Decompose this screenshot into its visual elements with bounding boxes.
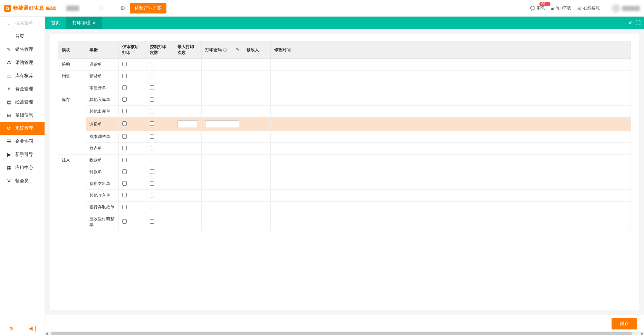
sidebar-settings-button[interactable]: ⚙ xyxy=(0,322,22,335)
password-cell xyxy=(202,190,243,202)
sidebar-item-12[interactable]: V畅会员 xyxy=(0,174,45,187)
audit-only-cell xyxy=(119,213,146,231)
checkbox[interactable] xyxy=(150,62,154,66)
gear-icon: ⚙ xyxy=(9,326,13,332)
table-row: 付款单 xyxy=(58,166,631,178)
close-icon[interactable]: ✕ xyxy=(93,21,96,25)
checkbox[interactable] xyxy=(122,121,127,126)
checkbox[interactable] xyxy=(150,97,154,102)
checkbox[interactable] xyxy=(122,97,127,102)
tab-0[interactable]: 首页 xyxy=(45,17,66,29)
checkbox[interactable] xyxy=(150,121,154,126)
checkbox[interactable] xyxy=(122,158,127,162)
checkbox[interactable] xyxy=(150,158,154,162)
doc-cell: 进货单 xyxy=(86,59,119,71)
sidebar-item-2[interactable]: ✎销售管理 xyxy=(0,43,45,56)
table-row: 盘点单 xyxy=(58,143,631,155)
sidebar-item-9[interactable]: ☰企业协同 xyxy=(0,135,45,148)
modifier-cell xyxy=(243,155,271,166)
modify-time-cell xyxy=(271,106,631,118)
industry-cta-button[interactable]: 体验行业方案 xyxy=(130,3,166,13)
checkbox[interactable] xyxy=(150,85,154,90)
sidebar-item-3[interactable]: ♳采购管理 xyxy=(0,56,45,69)
checkbox[interactable] xyxy=(122,74,127,78)
online-service-label: 在线客服 xyxy=(583,5,600,11)
checkbox[interactable] xyxy=(122,205,127,209)
scroll-thumb[interactable] xyxy=(51,332,632,335)
audit-only-cell xyxy=(119,178,146,190)
checkbox[interactable] xyxy=(122,169,127,174)
org-selector[interactable]: ████ ∨ xyxy=(66,6,115,11)
scroll-right-icon[interactable]: ▶ xyxy=(641,332,644,335)
sidebar-item-5[interactable]: ¥资金管理 xyxy=(0,82,45,95)
modifier-cell xyxy=(243,190,271,202)
save-button[interactable]: 保存 xyxy=(612,318,637,329)
sidebar-item-0[interactable]: ⌕搜索菜单 xyxy=(0,17,45,30)
checkbox[interactable] xyxy=(150,169,154,174)
tab-close-all-icon[interactable]: ✕ xyxy=(628,20,632,26)
tab-1[interactable]: 打印管理✕ xyxy=(66,17,102,29)
user-menu[interactable]: ██████ xyxy=(612,4,640,12)
checkbox[interactable] xyxy=(122,193,127,197)
gear-icon[interactable]: ⚙ xyxy=(120,5,125,11)
doc-cell: 调拨单 xyxy=(86,118,119,131)
sidebar-item-11[interactable]: ▦应用中心 xyxy=(0,161,45,174)
modifier-cell xyxy=(243,82,271,94)
edit-icon[interactable]: ✎ xyxy=(236,47,239,52)
checkbox[interactable] xyxy=(150,109,154,113)
column-label: 仅审核后打印 xyxy=(122,44,139,55)
online-service-link[interactable]: ☏ 在线客服 xyxy=(577,5,600,11)
doc-cell: 盘点单 xyxy=(86,143,119,155)
help-icon[interactable]: ⓘ xyxy=(223,48,227,52)
topbar: b 畅捷通好生意 精品版 ████ ∨ ⚙ 体验行业方案 💬 消息 99 + ▣… xyxy=(0,0,644,17)
checkbox[interactable] xyxy=(122,134,127,139)
sidebar-item-7[interactable]: ⊞基础信息 xyxy=(0,109,45,122)
checkbox[interactable] xyxy=(150,193,154,197)
messages-link[interactable]: 💬 消息 99 + xyxy=(530,5,545,11)
sidebar-item-8[interactable]: ⟳系统管理 xyxy=(0,122,45,135)
sidebar-icon: ♳ xyxy=(6,60,12,65)
scroll-track[interactable] xyxy=(51,332,638,335)
checkbox[interactable] xyxy=(150,134,154,139)
checkbox[interactable] xyxy=(150,205,154,209)
doc-cell: 其他收入单 xyxy=(86,190,119,202)
cell-input[interactable] xyxy=(177,120,198,128)
password-cell xyxy=(202,59,243,71)
audit-only-cell xyxy=(119,155,146,166)
doc-cell: 其他入库单 xyxy=(86,94,119,106)
checkbox[interactable] xyxy=(150,146,154,150)
checkbox[interactable] xyxy=(122,146,127,150)
checkbox[interactable] xyxy=(122,219,127,224)
checkbox[interactable] xyxy=(122,62,127,66)
brand-logo: b 畅捷通好生意 精品版 xyxy=(4,5,56,12)
checkbox[interactable] xyxy=(150,219,154,224)
fullscreen-icon[interactable]: ⛶ xyxy=(636,20,641,26)
checkbox[interactable] xyxy=(122,109,127,113)
column-label: 修改时间 xyxy=(274,47,291,52)
horizontal-scrollbar[interactable]: ◀ ▶ xyxy=(45,332,644,335)
app-download-label: App下载 xyxy=(556,5,571,11)
sidebar-item-4[interactable]: ☷库存核算 xyxy=(0,69,45,82)
max-count-cell xyxy=(174,202,202,213)
modify-time-cell xyxy=(271,166,631,178)
scroll-left-icon[interactable]: ◀ xyxy=(45,332,48,335)
limit-count-cell xyxy=(146,155,174,166)
app-download-link[interactable]: ▣ App下载 xyxy=(550,5,571,11)
password-cell xyxy=(202,155,243,166)
checkbox[interactable] xyxy=(150,181,154,186)
checkbox[interactable] xyxy=(122,181,127,186)
max-count-cell xyxy=(174,155,202,166)
sidebar-collapse-button[interactable]: ◀｜ xyxy=(22,322,45,335)
password-cell xyxy=(202,166,243,178)
checkbox[interactable] xyxy=(122,85,127,90)
doc-cell: 成本调整单 xyxy=(86,131,119,143)
chat-icon: 💬 xyxy=(530,6,535,11)
sidebar-item-10[interactable]: ▶新手引导 xyxy=(0,148,45,161)
sidebar-item-6[interactable]: ▤经营管理 xyxy=(0,95,45,109)
sidebar-item-1[interactable]: ⌂首页 xyxy=(0,30,45,43)
modifier-cell xyxy=(243,143,271,155)
audit-only-cell xyxy=(119,166,146,178)
cell-input[interactable] xyxy=(205,120,239,128)
checkbox[interactable] xyxy=(150,74,154,78)
column-header: 模块 xyxy=(58,41,86,59)
